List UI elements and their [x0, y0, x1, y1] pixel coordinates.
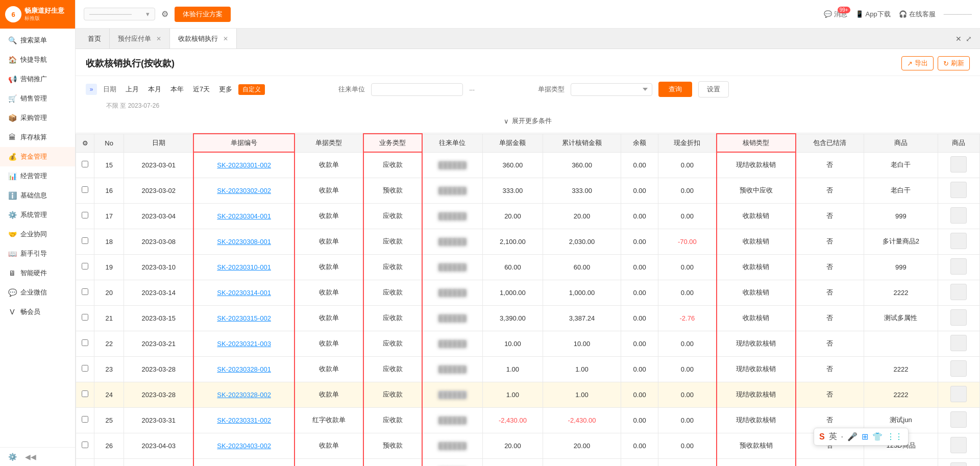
- row-doc-no[interactable]: SK-20230403-002: [193, 433, 295, 458]
- col-header-settings[interactable]: ⚙: [76, 134, 94, 152]
- settings-icon[interactable]: ⚙️: [8, 453, 17, 461]
- row-checkbox[interactable]: [76, 280, 94, 305]
- row-doc-no[interactable]: SK-20230301-002: [193, 152, 295, 178]
- doc-type-filter-select[interactable]: [571, 83, 652, 96]
- row-select-checkbox[interactable]: [82, 161, 88, 167]
- sidebar-item-basic[interactable]: ℹ️ 基础信息: [0, 186, 75, 205]
- row-select-checkbox[interactable]: [82, 212, 88, 218]
- row-doc-no[interactable]: SK-20230308-001: [193, 229, 295, 254]
- row-cancel-type: 现结收款核销: [717, 458, 796, 466]
- row-checkbox[interactable]: [76, 382, 94, 407]
- last-month-btn[interactable]: 上月: [122, 84, 142, 95]
- row-checkbox[interactable]: [76, 254, 94, 280]
- ime-mic-icon[interactable]: 🎤: [847, 432, 857, 442]
- online-service-button[interactable]: 🎧 在线客服: [899, 10, 936, 19]
- row-checkbox[interactable]: [76, 331, 94, 356]
- ime-grid-icon[interactable]: ⊞: [862, 432, 868, 442]
- row-checkbox[interactable]: [76, 356, 94, 382]
- row-checkbox[interactable]: [76, 178, 94, 203]
- row-checkbox[interactable]: [76, 305, 94, 331]
- query-button[interactable]: 查询: [658, 82, 692, 97]
- industry-solution-button[interactable]: 体验行业方案: [175, 7, 231, 22]
- tab-close-all-button[interactable]: ✕: [955, 35, 962, 43]
- row-select-checkbox[interactable]: [82, 263, 88, 269]
- row-checkbox[interactable]: [76, 229, 94, 254]
- sidebar-item-inventory[interactable]: 🏛 库存核算: [0, 128, 75, 147]
- ime-shirt-icon[interactable]: 👕: [872, 432, 883, 442]
- sidebar-item-finance[interactable]: 💰 资金管理: [0, 147, 75, 166]
- row-biz-type: 预收款: [363, 178, 422, 203]
- row-select-checkbox[interactable]: [82, 416, 88, 423]
- party-filter-more[interactable]: ···: [469, 86, 475, 93]
- export-button[interactable]: ↗ 导出: [901, 56, 934, 70]
- refresh-button[interactable]: ↻ 刷新: [938, 56, 970, 70]
- prepay-tab-close-icon[interactable]: ✕: [156, 35, 161, 42]
- user-avatar[interactable]: ──────: [944, 10, 972, 18]
- more-dates-btn[interactable]: 更多: [216, 84, 235, 95]
- this-month-btn[interactable]: 本月: [145, 84, 164, 95]
- sidebar-item-wechat[interactable]: 💬 企业微信: [0, 283, 75, 302]
- table-area[interactable]: ⚙ No 日期 单据编号 单据类型 业务类型 往来单位 单据金额 累计核销金额 …: [76, 133, 980, 466]
- row-select-checkbox[interactable]: [82, 314, 88, 321]
- row-checkbox[interactable]: [76, 433, 94, 458]
- company-dropdown[interactable]: ───────── ▾: [84, 8, 155, 20]
- party-filter-input[interactable]: [371, 83, 463, 96]
- row-amount: 20.00: [483, 433, 543, 458]
- ime-apps-icon[interactable]: ⋮⋮: [887, 432, 903, 442]
- row-checkbox[interactable]: [76, 152, 94, 178]
- row-doc-no[interactable]: SK-20230321-003: [193, 331, 295, 356]
- custom-date-btn[interactable]: 自定义: [238, 84, 265, 95]
- ime-english-icon[interactable]: 英: [829, 431, 837, 442]
- tab-collection[interactable]: 收款核销执行 ✕: [170, 29, 237, 48]
- col-header-no: No: [94, 134, 124, 152]
- sidebar-item-marketing[interactable]: 📢 营销推广: [0, 69, 75, 89]
- row-select-checkbox[interactable]: [82, 237, 88, 244]
- sidebar-item-enterprise[interactable]: 🤝 企业协同: [0, 225, 75, 244]
- sidebar-item-search[interactable]: 🔍 搜索菜单: [0, 31, 75, 50]
- messages-button[interactable]: 💬 消息 99+: [824, 10, 847, 19]
- row-doc-no[interactable]: SK-20230331-002: [193, 407, 295, 433]
- sidebar-item-guide[interactable]: 📖 新手引导: [0, 244, 75, 263]
- sidebar-item-hardware[interactable]: 🖥 智能硬件: [0, 263, 75, 283]
- row-select-checkbox[interactable]: [82, 186, 88, 193]
- filter-expand-button[interactable]: »: [86, 84, 97, 95]
- row-doc-no[interactable]: SK-20230310-001: [193, 254, 295, 280]
- row-checkbox[interactable]: [76, 458, 94, 466]
- row-doc-no[interactable]: SK-20230328-002: [193, 382, 295, 407]
- row-doc-no[interactable]: SK-20230302-002: [193, 178, 295, 203]
- row-select-checkbox[interactable]: [82, 288, 88, 295]
- sidebar-item-shortcuts[interactable]: 🏠 快捷导航: [0, 50, 75, 69]
- row-date: 2023-03-14: [124, 280, 193, 305]
- app-download-button[interactable]: 📱 App下载: [855, 10, 891, 19]
- row-select-checkbox[interactable]: [82, 365, 88, 372]
- row-doc-no[interactable]: SK-20230315-002: [193, 305, 295, 331]
- row-select-checkbox[interactable]: [82, 442, 88, 448]
- settings-gear-icon[interactable]: ⚙: [161, 9, 168, 19]
- collapse-icon[interactable]: ◀◀: [25, 453, 36, 461]
- row-cash-discount: 0.00: [658, 407, 717, 433]
- row-no: 26: [94, 433, 124, 458]
- filter-settings-button[interactable]: 设置: [698, 81, 729, 97]
- row-select-checkbox[interactable]: [82, 390, 88, 397]
- row-doc-no[interactable]: SK-20230408-001: [193, 458, 295, 466]
- inventory-icon: 🏛: [8, 133, 16, 141]
- this-year-btn[interactable]: 本年: [167, 84, 187, 95]
- sidebar-item-system[interactable]: ⚙️ 系统管理: [0, 205, 75, 225]
- sidebar-item-member[interactable]: V 畅会员: [0, 302, 75, 322]
- tab-expand-button[interactable]: ⤢: [966, 35, 972, 43]
- row-checkbox[interactable]: [76, 203, 94, 229]
- row-select-checkbox[interactable]: [82, 339, 88, 346]
- sidebar-item-purchase[interactable]: 📦 采购管理: [0, 108, 75, 128]
- last-7-days-btn[interactable]: 近7天: [190, 84, 213, 95]
- sidebar-item-sales[interactable]: 🛒 销售管理: [0, 89, 75, 108]
- sidebar-item-operations[interactable]: 📊 经营管理: [0, 166, 75, 186]
- expand-more-btn[interactable]: ∨ 展开更多条件: [86, 114, 970, 128]
- collection-tab-close-icon[interactable]: ✕: [223, 35, 228, 42]
- tab-home[interactable]: 首页: [80, 29, 110, 48]
- tab-prepay[interactable]: 预付应付单 ✕: [110, 29, 170, 48]
- table-row: 22 2023-03-21 SK-20230321-003 收款单 应收款 ██…: [76, 331, 980, 356]
- row-doc-no[interactable]: SK-20230328-001: [193, 356, 295, 382]
- row-doc-no[interactable]: SK-20230304-001: [193, 203, 295, 229]
- row-doc-no[interactable]: SK-20230314-001: [193, 280, 295, 305]
- row-checkbox[interactable]: [76, 407, 94, 433]
